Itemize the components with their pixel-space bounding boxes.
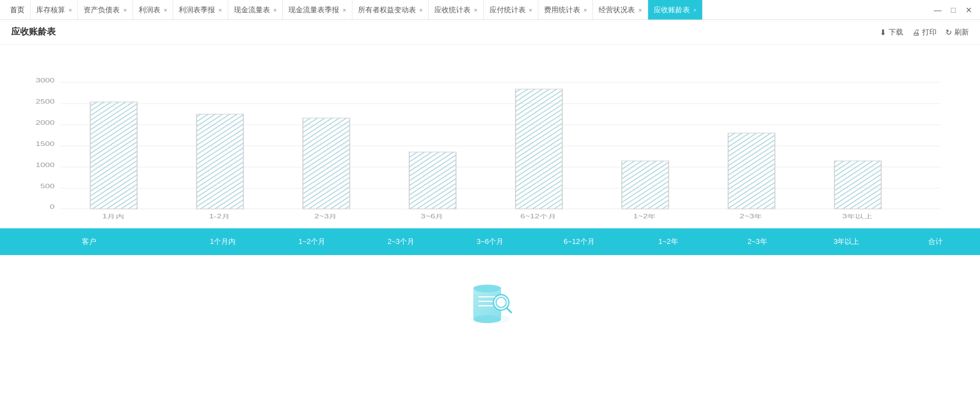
maximize-button[interactable]: □ (947, 3, 960, 17)
close-icon[interactable]: × (474, 7, 477, 13)
header-actions: ⬇ 下载 🖨 打印 ↻ 刷新 (880, 27, 969, 37)
svg-text:2~3年: 2~3年 (739, 213, 762, 220)
th-3-6month: 3~6个月 (445, 237, 535, 247)
svg-text:2000: 2000 (36, 120, 55, 126)
close-icon[interactable]: × (638, 7, 641, 13)
th-1-2year: 1~2年 (624, 237, 713, 247)
page-title: 应收账龄表 (11, 26, 56, 38)
bar-2-3year (728, 133, 775, 209)
tab-expense-stats[interactable]: 费用统计表 × (538, 0, 593, 19)
bar-chart: 0 500 1000 1500 2000 2500 3000 (22, 56, 958, 223)
svg-text:6~12个月: 6~12个月 (520, 213, 556, 220)
bar-1month (90, 102, 137, 209)
svg-point-27 (473, 315, 501, 323)
th-total: 合计 (891, 237, 980, 247)
table-header: 客户 1个月内 1~2个月 2~3个月 3~6个月 6~12个月 1~2年 2~… (0, 228, 980, 255)
svg-text:500: 500 (41, 183, 55, 190)
bar-1-2year (622, 161, 669, 209)
bar-3plus-year (835, 161, 881, 209)
download-button[interactable]: ⬇ 下载 (880, 27, 903, 37)
close-icon[interactable]: × (529, 7, 532, 13)
svg-text:2~3月: 2~3月 (315, 213, 337, 220)
minimize-button[interactable]: — (931, 3, 944, 17)
bar-1-2month (197, 114, 243, 209)
th-6-12month: 6~12个月 (535, 237, 624, 247)
svg-point-26 (473, 285, 501, 292)
refresh-icon: ↻ (945, 28, 952, 37)
empty-illustration (462, 277, 518, 322)
refresh-button[interactable]: ↻ 刷新 (945, 27, 969, 37)
svg-point-32 (496, 297, 506, 307)
download-icon: ⬇ (880, 28, 886, 37)
close-icon[interactable]: × (342, 7, 346, 13)
th-2-3year: 2~3年 (713, 237, 802, 247)
close-icon[interactable]: × (123, 7, 126, 13)
empty-state (0, 255, 980, 322)
svg-text:3000: 3000 (36, 77, 55, 84)
svg-text:1-2月: 1-2月 (209, 213, 230, 220)
close-icon[interactable]: × (68, 7, 72, 13)
close-icon[interactable]: × (218, 7, 222, 13)
tab-ap-stats[interactable]: 应付统计表 × (484, 0, 538, 19)
close-icon[interactable]: × (693, 7, 697, 13)
svg-text:1~2年: 1~2年 (633, 213, 656, 220)
tab-profit[interactable]: 利润表 × (133, 0, 173, 19)
window-controls: — □ ✕ (931, 3, 976, 17)
tab-cashflow[interactable]: 现金流量表 × (228, 0, 283, 19)
bar-3-6month (409, 152, 456, 209)
th-customer: 客户 (0, 237, 178, 247)
bar-6-12month (516, 89, 562, 209)
print-icon: 🖨 (912, 28, 920, 37)
svg-text:0: 0 (50, 204, 55, 211)
close-icon[interactable]: × (273, 7, 277, 13)
svg-text:3~6月: 3~6月 (421, 213, 444, 220)
th-2-3month: 2~3个月 (356, 237, 445, 247)
bar-2-3month (303, 118, 350, 209)
svg-text:3年以上: 3年以上 (842, 213, 873, 220)
tab-ar-aging[interactable]: 应收账龄表 × (648, 0, 703, 19)
tab-profit-quarterly[interactable]: 利润表季报 × (173, 0, 228, 19)
tab-cashflow-quarterly[interactable]: 现金流量表季报 × (283, 0, 352, 19)
th-1month: 1个月内 (178, 237, 267, 247)
svg-text:1500: 1500 (36, 141, 55, 148)
svg-line-33 (507, 308, 511, 312)
tab-equity[interactable]: 所有者权益变动表 × (352, 0, 429, 19)
tab-operations[interactable]: 经营状况表 × (593, 0, 648, 19)
close-icon[interactable]: × (584, 7, 587, 13)
tab-home[interactable]: 首页 (4, 0, 31, 19)
print-button[interactable]: 🖨 打印 (912, 27, 937, 37)
chart-svg: 0 500 1000 1500 2000 2500 3000 (22, 56, 958, 223)
svg-text:1月内: 1月内 (102, 213, 124, 220)
tab-bar: 首页 库存核算 × 资产负债表 × 利润表 × 利润表季报 × 现金流量表 × … (0, 0, 980, 20)
tab-ar-stats[interactable]: 应收统计表 × (429, 0, 483, 19)
svg-text:2500: 2500 (36, 99, 55, 105)
close-icon[interactable]: × (419, 7, 423, 13)
th-1-2month: 1~2个月 (267, 237, 356, 247)
tab-balance[interactable]: 资产负债表 × (78, 0, 133, 19)
main-content: 0 500 1000 1500 2000 2500 3000 (0, 45, 980, 401)
chart-area: 0 500 1000 1500 2000 2500 3000 (0, 45, 980, 228)
svg-text:1000: 1000 (36, 162, 55, 169)
th-3plus: 3年以上 (802, 237, 891, 247)
page-header: 应收账龄表 ⬇ 下载 🖨 打印 ↻ 刷新 (0, 20, 980, 45)
close-window-button[interactable]: ✕ (962, 3, 976, 17)
close-icon[interactable]: × (164, 7, 167, 13)
tab-inventory[interactable]: 库存核算 × (31, 0, 78, 19)
